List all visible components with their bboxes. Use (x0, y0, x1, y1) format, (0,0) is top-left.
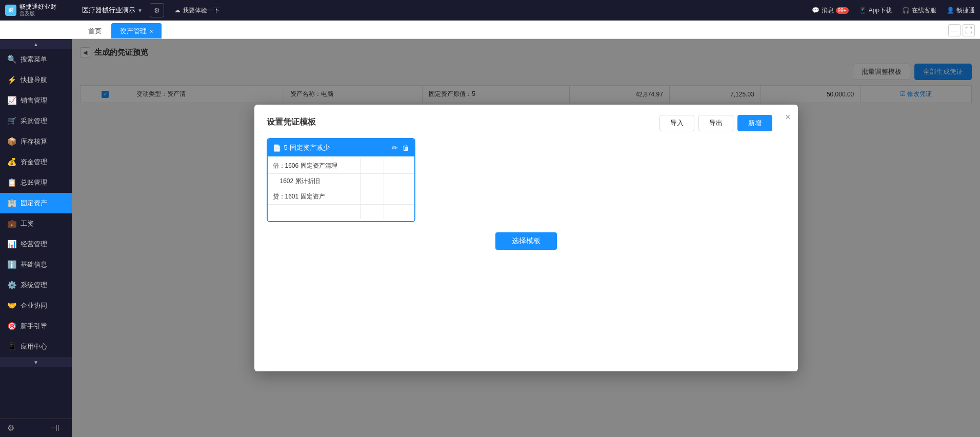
quick-nav-icon: ⚡ (7, 75, 16, 85)
sidebar-item-quick-nav[interactable]: ⚡ 快捷导航 (0, 70, 72, 90)
select-template-button[interactable]: 选择模板 (495, 232, 557, 250)
basic-info-icon: ℹ️ (7, 260, 16, 269)
cloud-experience-button[interactable]: ☁ 我要体验一下 (174, 6, 219, 15)
inventory-icon: 📦 (7, 137, 16, 146)
template-doc-icon: 📄 (273, 144, 281, 152)
message-icon: 💬 (812, 7, 819, 14)
cloud-icon: ☁ (174, 7, 181, 14)
online-service-button[interactable]: 🎧 在线客服 (902, 6, 936, 15)
sidebar-item-app-center[interactable]: 📱 应用中心 (0, 336, 72, 357)
sidebar-item-tutorial[interactable]: 🎯 新手引导 (0, 316, 72, 336)
modal-close-button[interactable]: × (785, 112, 791, 123)
sidebar-item-search[interactable]: 🔍 搜索菜单 (0, 49, 72, 70)
debit-amount-2 (360, 174, 384, 189)
online-service-label: 在线客服 (912, 6, 936, 15)
tab-asset-management[interactable]: 资产管理 × (111, 23, 162, 38)
message-button[interactable]: 💬 消息 99+ (812, 6, 849, 15)
collapse-sidebar-icon[interactable]: ⊣⊢ (50, 423, 65, 433)
sidebar-item-basic-info[interactable]: ℹ️ 基础信息 (0, 254, 72, 275)
template-delete-icon[interactable]: 🗑 (402, 144, 409, 152)
sidebar-item-finance[interactable]: 💰 资金管理 (0, 152, 72, 172)
tab-close-icon[interactable]: × (150, 28, 153, 34)
fixed-assets-icon: 🏢 (7, 198, 16, 208)
collab-icon: 🤝 (7, 301, 16, 310)
search-icon: 🔍 (7, 55, 16, 64)
modal-dialog: × 设置凭证模板 导入 导出 新增 📄 5-固定资产减少 (254, 105, 798, 371)
export-button[interactable]: 导出 (698, 115, 733, 131)
sidebar-label-app-center: 应用中心 (21, 342, 47, 351)
sidebar-label-purchase: 采购管理 (21, 116, 47, 126)
sidebar-item-inventory[interactable]: 📦 库存核算 (0, 131, 72, 152)
debit-amount-1 (360, 158, 384, 173)
finance-icon: 💰 (7, 157, 16, 167)
app-download-button[interactable]: 📱 App下载 (859, 6, 892, 15)
tab-maximize-button[interactable]: ⛶ (963, 24, 975, 36)
purchase-icon: 🛒 (7, 116, 16, 126)
sidebar-item-purchase[interactable]: 🛒 采购管理 (0, 111, 72, 131)
logo-icon: 财 (5, 5, 16, 16)
tab-asset-label: 资产管理 (120, 27, 147, 36)
sidebar-label-fixed-assets: 固定资产 (21, 198, 47, 208)
app-download-label: App下载 (869, 6, 892, 15)
empty-amount2 (384, 205, 414, 219)
import-button[interactable]: 导入 (659, 115, 694, 131)
template-title-area: 📄 5-固定资产减少 (273, 143, 330, 152)
sidebar-item-operations[interactable]: 📊 经营管理 (0, 234, 72, 254)
modal-toolbar: 导入 导出 新增 (659, 115, 772, 131)
template-debit-row-2: 1602 累计折旧 (268, 174, 414, 189)
logo-name: 畅捷通好业财 (19, 3, 56, 10)
template-edit-icon[interactable]: ✏ (392, 144, 398, 152)
logo-area: 财 畅捷通好业财 普及版 (5, 3, 77, 17)
username-label: 畅捷通 (956, 6, 975, 15)
template-empty-row (268, 205, 414, 219)
sidebar-item-system[interactable]: ⚙️ 系统管理 (0, 275, 72, 295)
sidebar-label-inventory: 库存核算 (21, 137, 47, 146)
service-icon: 🎧 (902, 7, 910, 14)
sidebar-item-fixed-assets[interactable]: 🏢 固定资产 (0, 193, 72, 213)
settings-button[interactable]: ⚙ (150, 3, 164, 17)
sidebar-label-search: 搜索菜单 (21, 55, 47, 64)
empty-amount (360, 205, 384, 219)
sidebar-label-finance: 资金管理 (21, 157, 47, 167)
download-icon: 📱 (859, 7, 867, 14)
message-label: 消息 (822, 6, 834, 15)
sidebar-label-sales: 销售管理 (21, 96, 47, 105)
sidebar-scroll-up[interactable]: ▲ (0, 39, 72, 49)
user-icon: 👤 (947, 7, 954, 14)
template-card-body: 借：1606 固定资产清理 1602 累计折旧 贷：1601 固定资产 (268, 156, 414, 221)
sidebar-item-ledger[interactable]: 📋 总账管理 (0, 172, 72, 193)
template-grid: 📄 5-固定资产减少 ✏ 🗑 借：1606 固定资产清理 (267, 138, 786, 222)
empty-label (268, 205, 360, 219)
sidebar-label-quick-nav: 快捷导航 (21, 75, 47, 85)
credit-debit-amount (360, 189, 384, 204)
sidebar-item-sales[interactable]: 📈 销售管理 (0, 90, 72, 111)
sales-icon: 📈 (7, 96, 16, 105)
sidebar-scroll-down[interactable]: ▼ (0, 357, 72, 367)
bottom-settings-icon[interactable]: ⚙ (7, 423, 14, 433)
user-profile-button[interactable]: 👤 畅捷通 (947, 6, 975, 15)
logo-sub: 普及版 (19, 10, 56, 17)
company-selector[interactable]: 医疗器械行业演示 ▼ (77, 4, 148, 17)
tab-home[interactable]: 首页 (79, 23, 110, 38)
sidebar-label-collab: 企业协同 (21, 301, 47, 310)
sidebar: ▲ 🔍 搜索菜单 ⚡ 快捷导航 📈 销售管理 🛒 采购管理 📦 库存核算 💰 资… (0, 39, 72, 437)
system-icon: ⚙️ (7, 281, 16, 290)
message-badge: 99+ (836, 7, 849, 14)
header-right: 💬 消息 99+ 📱 App下载 🎧 在线客服 👤 畅捷通 (812, 6, 975, 15)
sidebar-label-basic-info: 基础信息 (21, 260, 47, 269)
tab-minimize-button[interactable]: — (948, 24, 961, 36)
sidebar-item-payroll[interactable]: 💼 工资 (0, 213, 72, 234)
sidebar-bottom: ⚙ ⊣⊢ (0, 419, 72, 437)
sidebar-label-system: 系统管理 (21, 281, 47, 290)
tab-bar-right: — ⛶ (948, 24, 980, 38)
credit-amount-1 (384, 158, 414, 173)
template-card: 📄 5-固定资产减少 ✏ 🗑 借：1606 固定资产清理 (267, 138, 415, 222)
debit-label-2: 1602 累计折旧 (268, 174, 360, 189)
operations-icon: 📊 (7, 240, 16, 249)
sidebar-item-collab[interactable]: 🤝 企业协同 (0, 295, 72, 316)
credit-credit-amount (384, 189, 414, 204)
template-debit-row-1: 借：1606 固定资产清理 (268, 158, 414, 174)
cloud-text: 我要体验一下 (183, 6, 219, 15)
new-template-button[interactable]: 新增 (737, 115, 772, 131)
template-card-header: 📄 5-固定资产减少 ✏ 🗑 (268, 139, 414, 156)
